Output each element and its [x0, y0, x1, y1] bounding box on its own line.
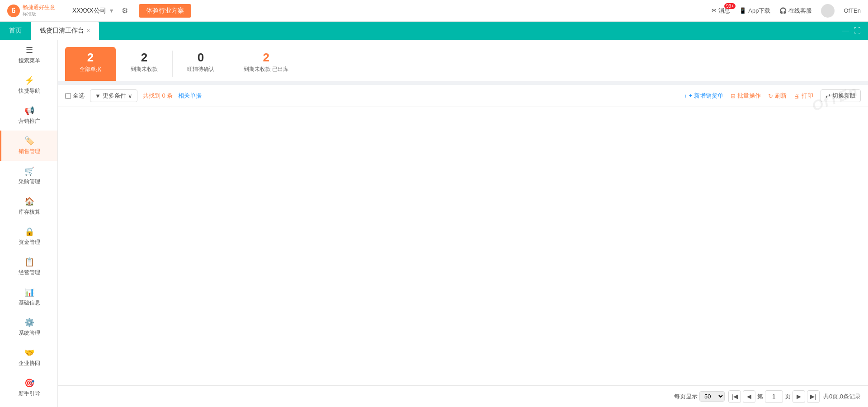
message-button[interactable]: ✉ 消息 99+ [712, 7, 730, 15]
avatar-name: OfTEn [844, 7, 861, 14]
sales-icon: 🏷️ [24, 136, 34, 146]
app-download-button[interactable]: 📱 App下载 [739, 7, 770, 15]
download-icon: 📱 [739, 7, 746, 14]
sidebar: ☰ 搜索菜单 ⚡ 快捷导航 📢 营销推广 🏷️ 销售管理 🛒 采购管理 🏠 库存… [0, 40, 58, 407]
service-icon: 🎧 [779, 7, 787, 14]
sidebar-item-sales[interactable]: 🏷️ 销售管理 [0, 131, 57, 161]
trial-button[interactable]: 体验行业方案 [139, 4, 191, 18]
sidebar-item-cooperation[interactable]: 🤝 企业协同 [0, 342, 57, 373]
pagination: 每页显示 50 100 200 |◀ ◀ 第 页 ▶ ▶| 共0页,0条记录 [58, 385, 868, 407]
related-link[interactable]: 相关单据 [178, 92, 202, 100]
sidebar-item-inventory[interactable]: 🏠 库存核算 [0, 191, 57, 221]
page-size-selector: 每页显示 50 100 200 [674, 391, 725, 402]
switch-icon: ⇄ [826, 93, 830, 99]
logo-sub: 标准版 [23, 11, 55, 17]
toolbar: 全选 ▼ 更多条件 ∨ 共找到 0 条 相关单据 + + 新增销货单 ⊞ [58, 85, 868, 107]
tab-work-station[interactable]: 钱货日清工作台 × [31, 22, 99, 40]
print-button[interactable]: 🖨 打印 [794, 92, 813, 100]
company-selector[interactable]: XXXXX公司 ▼ [72, 7, 114, 15]
basic-info-icon: 📊 [24, 287, 34, 297]
print-icon: 🖨 [794, 93, 800, 99]
sidebar-item-quick-nav[interactable]: ⚡ 快捷导航 [0, 70, 57, 100]
tab-bar: 首页 钱货日清工作台 × — ⛶ [0, 22, 868, 40]
refresh-icon: ↻ [768, 93, 773, 99]
logo-title: 畅捷通好生意 [23, 4, 55, 11]
stats-tab-wangwang[interactable]: 0 旺辅待确认 [173, 47, 229, 81]
add-icon: + [684, 93, 687, 99]
stats-label-overdue: 到期未收款 [131, 65, 158, 73]
page-nav: |◀ ◀ 第 页 ▶ ▶| [728, 390, 820, 403]
quick-nav-icon: ⚡ [24, 75, 34, 85]
logo-area: 6 畅捷通好生意 标准版 [7, 4, 65, 18]
company-name: XXXXX公司 [72, 7, 106, 15]
tab-maximize-icon[interactable]: ⛶ [854, 27, 861, 35]
stats-count-wangwang: 0 [198, 51, 204, 65]
page-size-select[interactable]: 50 100 200 [699, 391, 725, 402]
purchase-icon: 🛒 [24, 166, 34, 176]
tab-home[interactable]: 首页 [0, 22, 31, 40]
content-area: 2 全部单据 2 到期未收款 0 旺辅待确认 2 到期未收款 已出库 [58, 40, 868, 407]
online-service-button[interactable]: 🎧 在线客服 [779, 7, 812, 15]
page-last-button[interactable]: ▶| [807, 390, 820, 403]
top-header: 6 畅捷通好生意 标准版 XXXXX公司 ▼ ⚙ 体验行业方案 ✉ 消息 99+… [0, 0, 868, 22]
toolbar-right: + + 新增销货单 ⊞ 批量操作 ↻ 刷新 🖨 打印 ⇄ 切换新版 [684, 89, 861, 102]
stats-label-all: 全部单据 [80, 65, 101, 73]
stats-label-not-shipped: 到期未收款 已出库 [244, 65, 288, 73]
select-all-input[interactable] [65, 93, 71, 99]
refresh-button[interactable]: ↻ 刷新 [768, 92, 787, 100]
header-right: ✉ 消息 99+ 📱 App下载 🎧 在线客服 OfTEn [712, 4, 861, 18]
stats-label-wangwang: 旺辅待确认 [187, 65, 214, 73]
chevron-filter-icon: ∨ [128, 93, 132, 99]
stats-tab-not-shipped[interactable]: 2 到期未收款 已出库 [229, 47, 303, 81]
marketing-icon: 📢 [24, 106, 34, 116]
sidebar-item-marketing[interactable]: 📢 营销推广 [0, 100, 57, 131]
chevron-down-icon: ▼ [109, 8, 114, 14]
stats-tabs: 2 全部单据 2 到期未收款 0 旺辅待确认 2 到期未收款 已出库 [58, 40, 868, 81]
stats-count-not-shipped: 2 [263, 51, 269, 65]
table-area [58, 107, 868, 385]
finance-icon: 🔒 [24, 227, 34, 237]
stats-count-all: 2 [87, 51, 94, 65]
search-menu-icon: ☰ [26, 45, 33, 55]
found-count: 共找到 0 条 [143, 92, 173, 100]
system-icon: ⚙️ [24, 318, 34, 327]
message-icon: ✉ [712, 7, 717, 14]
batch-icon: ⊞ [731, 93, 736, 99]
page-next-button[interactable]: ▶ [793, 390, 805, 403]
tab-minimize-icon[interactable]: — [842, 27, 849, 35]
filter-icon: ▼ [95, 93, 101, 99]
add-sales-button[interactable]: + + 新增销货单 [684, 92, 723, 100]
avatar[interactable] [821, 4, 835, 18]
total-count: 共0页,0条记录 [823, 393, 861, 401]
sidebar-item-system[interactable]: ⚙️ 系统管理 [0, 312, 57, 342]
settings-button[interactable]: ⚙ [118, 4, 132, 18]
sidebar-item-basic-info[interactable]: 📊 基础信息 [0, 282, 57, 312]
stats-tab-all[interactable]: 2 全部单据 [65, 47, 116, 81]
sidebar-item-app-center[interactable]: 📦 应用中心 [0, 403, 57, 407]
cooperation-icon: 🤝 [24, 348, 34, 358]
sidebar-item-finance[interactable]: 🔒 资金管理 [0, 221, 57, 252]
message-badge: 99+ [724, 3, 736, 9]
page-prev-button[interactable]: ◀ [743, 390, 755, 403]
guide-icon: 🎯 [24, 378, 34, 388]
switch-version-button[interactable]: ⇄ 切换新版 [821, 89, 861, 102]
stats-count-overdue: 2 [141, 51, 147, 65]
operations-icon: 📋 [24, 257, 34, 267]
sidebar-item-operations[interactable]: 📋 经营管理 [0, 252, 57, 282]
page-number-input[interactable] [765, 390, 783, 403]
stats-tab-overdue[interactable]: 2 到期未收款 [116, 47, 172, 81]
tab-bar-right: — ⛶ [842, 27, 868, 35]
found-count-value: 0 [162, 92, 165, 99]
logo-icon: 6 [7, 5, 20, 17]
main-layout: ☰ 搜索菜单 ⚡ 快捷导航 📢 营销推广 🏷️ 销售管理 🛒 采购管理 🏠 库存… [0, 40, 868, 407]
sidebar-item-search-menu[interactable]: ☰ 搜索菜单 [0, 40, 57, 70]
inventory-icon: 🏠 [24, 196, 34, 206]
tab-close-icon[interactable]: × [87, 28, 90, 34]
sidebar-item-guide[interactable]: 🎯 新手引导 [0, 373, 57, 403]
page-first-button[interactable]: |◀ [728, 390, 741, 403]
batch-button[interactable]: ⊞ 批量操作 [731, 92, 761, 100]
filter-button[interactable]: ▼ 更多条件 ∨ [90, 89, 137, 102]
sidebar-item-purchase[interactable]: 🛒 采购管理 [0, 161, 57, 191]
select-all-checkbox[interactable]: 全选 [65, 92, 85, 100]
